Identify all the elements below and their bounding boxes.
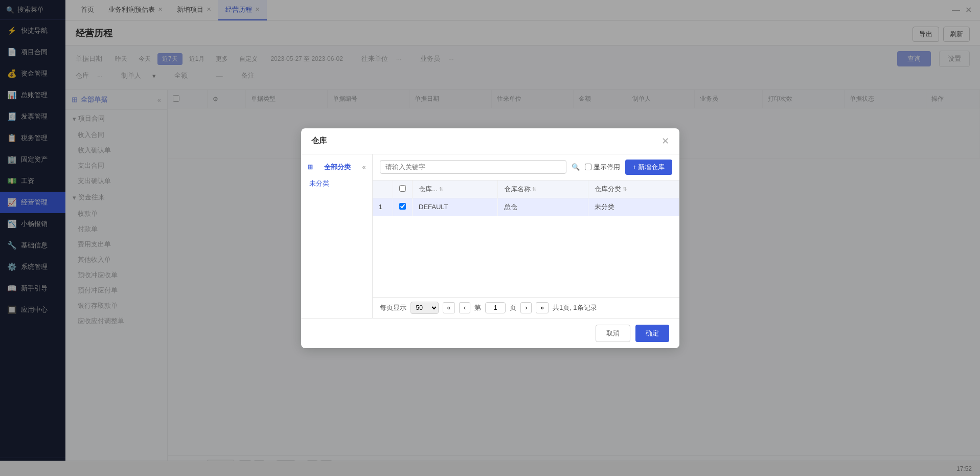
sort-icon-code: ⇅	[439, 186, 443, 192]
dialog-page-label: 第	[474, 303, 481, 312]
dialog-first-btn[interactable]: «	[443, 302, 455, 313]
sort-icon-category: ⇅	[623, 186, 627, 192]
row-checkbox-cell	[393, 198, 413, 216]
row-category: 未分类	[588, 198, 679, 216]
dialog-page-size-label: 每页显示	[380, 303, 406, 312]
row-code: DEFAULT	[413, 198, 498, 216]
confirm-button[interactable]: 确定	[635, 325, 669, 342]
show-disabled-checkbox[interactable]	[585, 164, 591, 170]
dialog-page-input[interactable]	[485, 302, 506, 313]
dialog-prev-btn[interactable]: ‹	[459, 302, 470, 313]
dialog-left-unclassified[interactable]: 未分类	[301, 175, 372, 192]
dialog-all-label: 全部分类	[324, 163, 351, 172]
dialog-page-unit: 页	[510, 303, 516, 312]
row-checkbox[interactable]	[399, 203, 406, 210]
dialog-th-code[interactable]: 仓库... ⇅	[413, 180, 498, 198]
search-magnify-icon[interactable]: 🔍	[572, 163, 580, 171]
dialog-left-all[interactable]: ⊞ 全部分类 «	[301, 160, 372, 175]
dialog-body: ⊞ 全部分类 « 未分类 🔍 显示停用	[301, 154, 679, 318]
dialog-close-btn[interactable]: ✕	[662, 135, 669, 147]
left-collapse-btn[interactable]: «	[362, 163, 366, 171]
dialog-table: 仓库... ⇅ 仓库名称 ⇅	[373, 180, 679, 297]
dialog-left-nav: ⊞ 全部分类 « 未分类	[301, 154, 373, 318]
dialog-header: 仓库 ✕	[301, 128, 679, 154]
dialog-th-num	[373, 180, 393, 198]
dialog-pagination: 每页显示 50100 « ‹ 第 页 › » 共1页, 1条记录	[373, 297, 679, 318]
dialog-overlay: 仓库 ✕ ⊞ 全部分类 « 未分类	[0, 0, 980, 476]
add-warehouse-btn[interactable]: + 新增仓库	[625, 160, 672, 175]
dialog-select-all[interactable]	[399, 185, 406, 192]
row-num: 1	[373, 198, 393, 216]
grid-icon2: ⊞	[307, 163, 313, 171]
sort-icon-name: ⇅	[532, 186, 536, 192]
dialog-total-text: 共1页, 1条记录	[553, 303, 597, 312]
dialog-search-bar: 🔍 显示停用 + 新增仓库	[373, 154, 679, 180]
dialog-next-btn[interactable]: ›	[520, 302, 532, 313]
dialog-right-content: 🔍 显示停用 + 新增仓库	[373, 154, 679, 318]
show-disabled-checkbox-label[interactable]: 显示停用	[585, 163, 620, 172]
dialog-title: 仓库	[311, 136, 327, 146]
dialog-th-checkbox	[393, 180, 413, 198]
table-row[interactable]: 1 DEFAULT 总仓 未分类	[373, 198, 679, 216]
dialog-th-category[interactable]: 仓库分类 ⇅	[588, 180, 679, 198]
dialog-page-size-select[interactable]: 50100	[411, 302, 439, 314]
dialog-footer: 取消 确定	[301, 318, 679, 348]
warehouse-dialog: 仓库 ✕ ⊞ 全部分类 « 未分类	[301, 128, 679, 348]
cancel-button[interactable]: 取消	[596, 325, 630, 342]
dialog-last-btn[interactable]: »	[536, 302, 549, 313]
dialog-th-name[interactable]: 仓库名称 ⇅	[497, 180, 588, 198]
dialog-search-input[interactable]	[380, 160, 567, 174]
row-name: 总仓	[497, 198, 588, 216]
